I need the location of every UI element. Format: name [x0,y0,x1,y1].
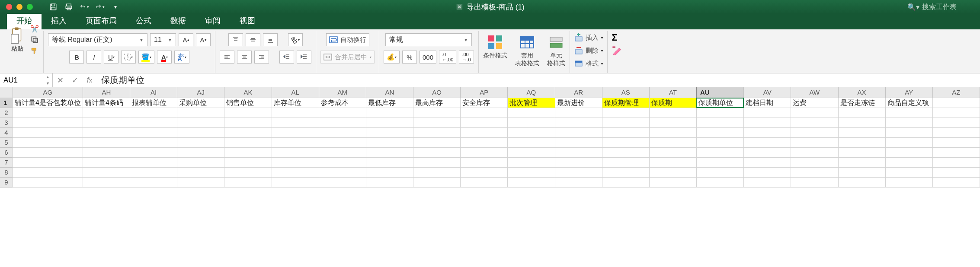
cell[interactable] [885,147,933,158]
align-center-button[interactable] [237,51,252,64]
border-button[interactable]: ▾ [121,51,136,64]
cell[interactable] [224,108,272,118]
cell[interactable]: 参考成本 [319,98,366,108]
cell[interactable] [696,157,744,168]
cell[interactable] [838,137,886,148]
undo-icon[interactable]: ▾ [80,2,89,12]
cell[interactable] [272,167,319,178]
cell[interactable] [885,108,933,118]
cell[interactable] [319,157,366,168]
column-header[interactable]: AZ [932,87,980,98]
cell[interactable] [130,118,177,128]
comma-button[interactable]: 000 [420,51,436,64]
column-header[interactable]: AL [272,87,319,98]
cell[interactable] [932,108,980,118]
cell[interactable] [130,137,177,148]
cell[interactable] [319,108,366,118]
column-header[interactable]: AJ [177,87,224,98]
phonetic-button[interactable]: abcA▾ [174,51,189,64]
cell[interactable] [507,167,555,178]
cell[interactable]: 最新进价 [555,98,602,108]
cell[interactable] [366,137,413,148]
tab-page-layout[interactable]: 页面布局 [76,12,126,29]
cell[interactable] [791,177,838,188]
cancel-formula-button[interactable]: ✕ [53,76,67,85]
cell[interactable] [130,147,177,158]
cell[interactable] [319,127,366,138]
cell[interactable] [366,177,413,188]
cell[interactable]: 最低库存 [366,98,413,108]
cell[interactable] [130,108,177,118]
enter-formula-button[interactable]: ✓ [67,76,82,85]
cell[interactable] [413,177,461,188]
cell[interactable] [649,147,697,158]
cell[interactable]: 保质期单位 [696,98,744,108]
cell[interactable]: 运费 [791,98,838,108]
increase-decimal-button[interactable]: .0←.00 [439,51,456,64]
column-header[interactable]: AW [791,87,838,98]
cell[interactable] [13,147,83,158]
font-name-select[interactable]: 等线 Regular (正文)▼ [48,33,147,46]
customize-qat-icon[interactable]: ▾ [111,2,120,12]
cell[interactable] [885,167,933,178]
cell[interactable] [13,157,83,168]
cell[interactable] [649,177,697,188]
column-header[interactable]: AP [460,87,508,98]
cell[interactable] [319,118,366,128]
cell[interactable] [649,127,697,138]
cell[interactable] [743,108,791,118]
column-header[interactable]: AV [743,87,791,98]
cell[interactable] [838,167,886,178]
cell[interactable] [649,108,697,118]
cell[interactable] [413,167,461,178]
cell[interactable] [696,177,744,188]
align-middle-button[interactable] [246,33,260,46]
cell[interactable] [224,147,272,158]
align-bottom-button[interactable] [263,33,278,46]
cell[interactable] [602,108,650,118]
align-right-button[interactable] [254,51,269,64]
cell[interactable] [460,127,508,138]
cell[interactable] [743,147,791,158]
cell[interactable] [649,167,697,178]
cell[interactable] [838,108,886,118]
cell[interactable] [83,108,130,118]
cell[interactable]: 商品自定义项 [885,98,933,108]
cell[interactable] [224,118,272,128]
underline-button[interactable]: U▾ [104,51,118,64]
cell[interactable] [413,137,461,148]
cell-styles-button[interactable]: 单元 格样式 [547,34,565,67]
cell[interactable] [177,157,224,168]
cell[interactable] [272,147,319,158]
tab-insert[interactable]: 插入 [42,12,76,29]
cell[interactable] [743,177,791,188]
cell[interactable] [366,127,413,138]
cell[interactable]: 是否走冻链 [838,98,886,108]
cell[interactable] [83,177,130,188]
row-header[interactable]: 2 [0,108,13,118]
print-icon[interactable] [64,2,74,12]
cell[interactable] [932,137,980,148]
align-top-button[interactable] [228,33,243,46]
cell[interactable]: 批次管理 [507,98,555,108]
cell[interactable] [366,167,413,178]
cell[interactable] [224,137,272,148]
maximize-button[interactable] [27,4,33,10]
row-header[interactable]: 4 [0,127,13,138]
cell[interactable] [507,157,555,168]
cell[interactable] [743,167,791,178]
cell[interactable] [177,167,224,178]
cell[interactable] [555,167,602,178]
cell[interactable] [696,147,744,158]
cell[interactable] [696,167,744,178]
cell[interactable] [932,118,980,128]
cell[interactable] [791,127,838,138]
fill-color-button[interactable]: 🪣▾ [138,51,154,64]
cell[interactable] [13,118,83,128]
cell[interactable] [460,157,508,168]
paste-button[interactable]: 粘贴 [9,27,26,53]
fx-button[interactable]: fx [82,76,97,85]
cell[interactable] [649,137,697,148]
cell[interactable] [272,137,319,148]
cell[interactable] [885,127,933,138]
